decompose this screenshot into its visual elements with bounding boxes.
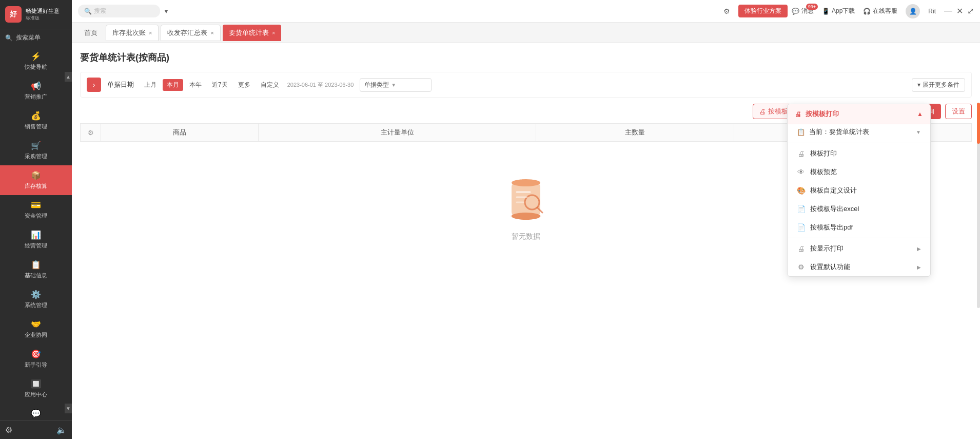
col-unit: 主计量单位 xyxy=(258,124,536,142)
scrollbar-thumb[interactable] xyxy=(977,103,980,144)
dropdown-item-template-preview[interactable]: 👁 模板预览 xyxy=(788,163,930,181)
sidebar-bottom: ⚙ 🔈 xyxy=(0,421,72,439)
col-settings[interactable]: ⚙ xyxy=(81,124,101,142)
page-scrollbar[interactable] xyxy=(977,103,980,308)
app-badge: 标准版 xyxy=(26,15,60,22)
sidebar-item-purchase[interactable]: 🛒 采购管理 xyxy=(0,136,72,165)
sidebar-item-operations[interactable]: 📊 经营管理 xyxy=(0,225,72,255)
action-row: 🖨 按模板打印 ▲ ··· ↑ 导出 ↻ 刷新 查询 设置 xyxy=(80,104,972,119)
corp-wechat-icon: 💬 xyxy=(31,409,41,418)
filter-bar: › 单据日期 上月 本月 本年 近7天 更多 自定义 2023-06-01 至 … xyxy=(80,72,972,98)
sidebar-item-inventory[interactable]: 📦 库存核算 xyxy=(0,165,72,195)
expand-conditions-btn[interactable]: ▾ 展开更多条件 xyxy=(912,78,965,92)
tab-order-stats[interactable]: 要货单统计表 × xyxy=(223,25,281,41)
speaker-icon[interactable]: 🔈 xyxy=(56,425,67,435)
dropdown-header-left: 🖨 按模板打印 xyxy=(795,109,839,119)
date-btn-7days[interactable]: 近7天 xyxy=(208,79,232,91)
user-avatar[interactable]: 👤 xyxy=(906,4,920,18)
tab-order-stats-close[interactable]: × xyxy=(272,30,275,36)
template-icon: 📋 xyxy=(797,128,805,136)
date-btn-custom[interactable]: 自定义 xyxy=(257,79,283,91)
empty-illustration xyxy=(500,173,552,224)
sidebar-item-basic-info[interactable]: 📋 基础信息 xyxy=(0,255,72,284)
main-area: 🔍 搜索 ▼ ⚙ 体验行业方案 💬 消息 99+ 📱 App下载 🎧 在线客服 xyxy=(72,0,980,439)
dropdown-item-template-design[interactable]: 🎨 模板自定义设计 xyxy=(788,181,930,200)
tab-receivables-summary[interactable]: 收发存汇总表 × xyxy=(161,25,220,41)
finance-icon: 💳 xyxy=(31,200,41,210)
template-design-label: 模板自定义设计 xyxy=(810,186,857,195)
dropdown-item-export-pdf[interactable]: 📄 按模板导出pdf xyxy=(788,218,930,237)
divider-2 xyxy=(788,238,930,238)
dropdown-header[interactable]: 🖨 按模板打印 ▲ xyxy=(788,104,930,124)
chevron-right-icon: › xyxy=(93,81,95,89)
export-pdf-icon: 📄 xyxy=(797,223,805,232)
promo-button[interactable]: 体验行业方案 xyxy=(738,5,788,17)
template-preview-label: 模板预览 xyxy=(810,167,837,177)
settings-btn[interactable]: 设置 xyxy=(945,104,972,119)
online-service-btn[interactable]: 🎧 在线客服 xyxy=(863,7,897,15)
nav-item-label: 营销推广 xyxy=(25,93,47,101)
topbar: 🔍 搜索 ▼ ⚙ 体验行业方案 💬 消息 99+ 📱 App下载 🎧 在线客服 xyxy=(72,0,980,23)
app-download-btn[interactable]: 📱 App下载 xyxy=(822,7,855,15)
date-btn-last-month[interactable]: 上月 xyxy=(140,79,161,91)
doc-type-select[interactable]: 单据类型 ▼ xyxy=(360,78,432,92)
date-btn-more[interactable]: 更多 xyxy=(234,79,254,91)
gear-icon[interactable]: ⚙ xyxy=(720,4,734,18)
template-design-icon: 🎨 xyxy=(797,186,805,195)
search-area: 🔍 搜索 ▼ xyxy=(78,5,716,17)
sidebar-item-system[interactable]: ⚙️ 系统管理 xyxy=(0,284,72,314)
message-btn[interactable]: 💬 消息 99+ xyxy=(792,7,814,15)
purchase-icon: 🛒 xyxy=(31,141,41,150)
settings-icon[interactable]: ⚙ xyxy=(5,425,12,435)
dropdown-arrow[interactable]: ▼ xyxy=(163,8,169,15)
doc-type-label: 单据类型 xyxy=(364,81,389,89)
sidebar-item-sales[interactable]: 💰 销售管理 xyxy=(0,106,72,136)
sidebar-item-finance[interactable]: 💳 资金管理 xyxy=(0,195,72,225)
sidebar-item-quick-nav[interactable]: ⚡ 快捷导航 xyxy=(0,46,72,76)
nav-item-label: 库存核算 xyxy=(25,182,47,190)
inventory-icon: 📦 xyxy=(31,170,41,180)
svg-point-3 xyxy=(512,213,540,220)
system-icon: ⚙️ xyxy=(31,290,41,299)
empty-text: 暂无数据 xyxy=(512,232,540,241)
sidebar-item-marketing[interactable]: 📢 营销推广 xyxy=(0,76,72,106)
current-template-arrow: ▼ xyxy=(916,129,921,135)
tab-receivables-close[interactable]: × xyxy=(210,30,213,36)
set-default-icon: ⚙ xyxy=(797,263,805,271)
sidebar-item-app-center[interactable]: 🔲 应用中心 xyxy=(0,374,72,404)
sidebar-item-newbie[interactable]: 🎯 新手引导 xyxy=(0,344,72,374)
dropdown-item-template-print[interactable]: 🖨 模板打印 xyxy=(788,144,930,163)
tab-batch-accounts-close[interactable]: × xyxy=(149,30,152,36)
minimize-btn[interactable]: — xyxy=(944,6,952,16)
dropdown-item-set-default[interactable]: ⚙ 设置默认功能 ▶ xyxy=(788,258,930,276)
sidebar-scroll-down-btn[interactable]: ▼ xyxy=(65,404,72,413)
search-box[interactable]: 🔍 搜索 xyxy=(78,5,160,17)
nav-item-label: 采购管理 xyxy=(25,152,47,160)
tab-batch-accounts[interactable]: 库存批次账 × xyxy=(106,25,159,41)
sidebar-search[interactable]: 🔍 搜索菜单 xyxy=(0,29,72,46)
col-settings-icon[interactable]: ⚙ xyxy=(88,129,94,137)
maximize-btn[interactable]: ⤢ xyxy=(967,6,974,16)
sidebar-scroll-up-btn[interactable]: ▲ xyxy=(65,72,72,82)
quick-nav-icon: ⚡ xyxy=(31,51,41,61)
close-btn[interactable]: ✕ xyxy=(956,6,963,16)
sidebar-item-corp-wechat[interactable]: 💬 企业微信 xyxy=(0,404,72,421)
export-pdf-label: 按模板导出pdf xyxy=(810,223,853,232)
dropdown-item-export-excel[interactable]: 📄 按模板导出excel xyxy=(788,200,930,218)
tab-home[interactable]: 首页 xyxy=(78,25,104,41)
tab-batch-accounts-label: 库存批次账 xyxy=(112,28,146,37)
sidebar: 好 畅捷通好生意 标准版 🔍 搜索菜单 ⚡ 快捷导航 📢 营销推广 💰 销售管理… xyxy=(0,0,72,439)
date-btn-this-month[interactable]: 本月 xyxy=(163,79,183,91)
date-btn-this-year[interactable]: 本年 xyxy=(185,79,206,91)
col-product: 商品 xyxy=(101,124,259,142)
enterprise-icon: 🤝 xyxy=(31,319,41,329)
sidebar-item-enterprise[interactable]: 🤝 企业协同 xyxy=(0,314,72,344)
dropdown-current-template[interactable]: 📋 当前：要货单统计表 ▼ xyxy=(788,124,930,142)
dropdown-item-display-print[interactable]: 🖨 按显示打印 ▶ xyxy=(788,239,930,258)
nav-item-label: 企业协同 xyxy=(25,331,47,339)
search-placeholder: 搜索 xyxy=(94,7,106,15)
search-icon: 🔍 xyxy=(84,8,92,15)
nav-item-label: 新手引导 xyxy=(25,361,47,369)
filter-toggle-btn[interactable]: › xyxy=(87,78,101,92)
download-icon: 📱 xyxy=(822,8,830,15)
